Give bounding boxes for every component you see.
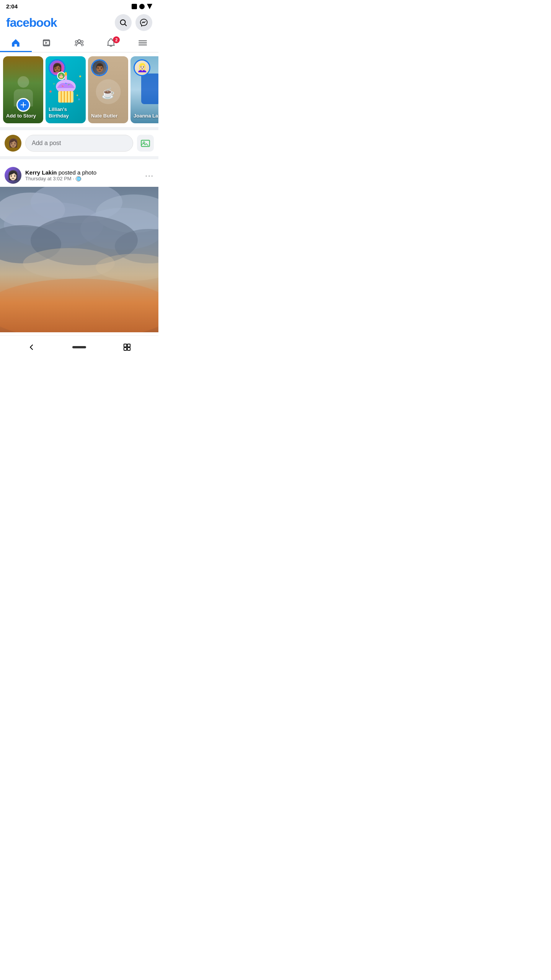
- add-photo-button[interactable]: [137, 135, 154, 152]
- header: facebook: [0, 11, 158, 34]
- add-post-input[interactable]: Add a post: [25, 135, 133, 152]
- sunset-sky-image: [0, 187, 158, 332]
- status-bar: 2:04: [0, 0, 158, 11]
- back-icon: [27, 343, 36, 352]
- stories-section: Add to Story 👩🏾 🎂: [0, 52, 158, 127]
- svg-point-6: [75, 41, 77, 42]
- cupcake-icon: [52, 72, 79, 106]
- recent-apps-button[interactable]: [120, 340, 134, 354]
- post-image: [0, 187, 158, 332]
- video-icon: [42, 38, 52, 48]
- story-add[interactable]: Add to Story: [3, 56, 43, 123]
- home-bar: [72, 346, 86, 348]
- post-header: 👩🏻 Kerry Lakin posted a photo Thursday a…: [0, 162, 158, 187]
- messenger-icon: [140, 18, 148, 27]
- status-icons: [132, 4, 152, 9]
- add-post-section: 👩🏽 Add a post: [0, 130, 158, 156]
- svg-rect-38: [124, 348, 126, 350]
- tab-menu[interactable]: [127, 34, 158, 52]
- tab-video[interactable]: [32, 34, 64, 52]
- svg-rect-14: [58, 91, 73, 103]
- divider-2: [0, 156, 158, 159]
- svg-rect-36: [124, 344, 126, 347]
- notification-badge: 2: [113, 36, 120, 43]
- tab-groups[interactable]: [64, 34, 95, 52]
- meta-dot: ·: [73, 176, 75, 181]
- post-meta: Thursday at 3:02 PM · 🌐: [25, 176, 96, 181]
- story-lillian[interactable]: 👩🏾 🎂: [46, 56, 86, 123]
- search-icon: [119, 18, 127, 27]
- globe-icon: 🌐: [76, 176, 81, 181]
- joanna-story-label: Joanna Lam: [134, 113, 158, 119]
- divider-1: [0, 127, 158, 130]
- svg-point-12: [65, 72, 67, 76]
- recent-apps-icon: [123, 343, 131, 351]
- post-more-button[interactable]: ···: [145, 171, 154, 180]
- nav-tabs: 2: [0, 34, 158, 52]
- svg-point-7: [81, 41, 83, 42]
- feed-post-1: 👩🏻 Kerry Lakin posted a photo Thursday a…: [0, 162, 158, 332]
- joanna-avatar: 👱🏻‍♀️: [134, 59, 150, 76]
- post-author-info: 👩🏻 Kerry Lakin posted a photo Thursday a…: [5, 167, 96, 184]
- post-author-name: Kerry Lakin posted a photo: [25, 169, 96, 176]
- svg-rect-39: [127, 348, 130, 350]
- svg-line-1: [125, 24, 126, 26]
- home-bar-button[interactable]: [72, 340, 86, 354]
- add-story-plus-icon: [16, 98, 30, 112]
- menu-icon: [138, 38, 148, 48]
- story-joanna[interactable]: 👱🏻‍♀️ Joanna Lam: [130, 56, 158, 123]
- messenger-button[interactable]: [135, 14, 152, 31]
- add-post-placeholder: Add a post: [32, 140, 61, 147]
- battery-icon: [132, 4, 137, 9]
- photo-icon: [140, 138, 150, 148]
- lillian-story-label: Lillian's Birthday: [49, 106, 83, 119]
- svg-rect-37: [127, 344, 130, 347]
- facebook-logo: facebook: [6, 16, 57, 30]
- tab-notifications[interactable]: 2: [95, 34, 127, 52]
- tab-home[interactable]: [0, 34, 32, 52]
- nate-avatar: 👨🏾: [91, 59, 108, 76]
- kerry-lakin-avatar: 👩🏻: [5, 167, 21, 184]
- post-text-info: Kerry Lakin posted a photo Thursday at 3…: [25, 169, 96, 181]
- signal-circle-icon: [139, 4, 145, 9]
- header-actions: [115, 14, 152, 31]
- add-story-label: Add to Story: [6, 113, 40, 119]
- svg-point-35: [0, 279, 158, 332]
- back-button[interactable]: [24, 340, 38, 354]
- post-timestamp: Thursday at 3:02 PM: [25, 176, 72, 181]
- home-icon: [11, 38, 21, 48]
- svg-point-5: [78, 40, 81, 43]
- bottom-nav: [0, 335, 158, 359]
- search-button[interactable]: [115, 14, 132, 31]
- current-user-avatar: 👩🏽: [5, 135, 21, 152]
- status-time: 2:04: [6, 3, 18, 10]
- groups-icon: [74, 38, 84, 48]
- story-nate[interactable]: ☕ 👨🏾 Nate Butler: [88, 56, 128, 123]
- signal-tri-icon: [147, 4, 152, 9]
- nate-story-label: Nate Butler: [91, 113, 125, 119]
